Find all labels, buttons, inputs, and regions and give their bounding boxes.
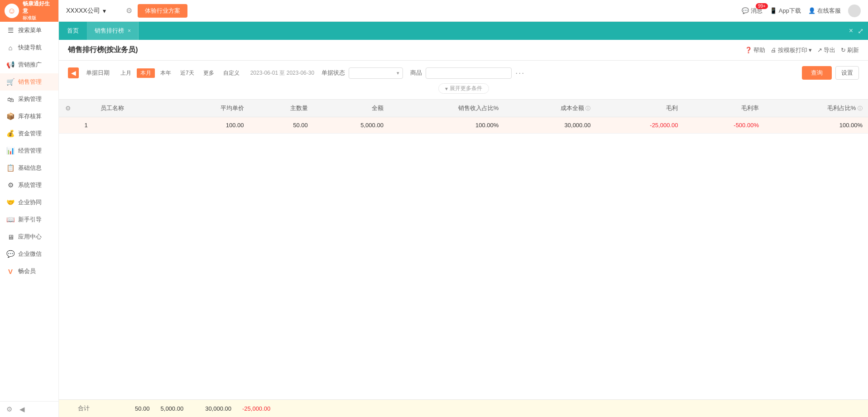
finance-icon: 💰 [6,129,14,138]
trial-button[interactable]: 体验行业方案 [138,4,187,18]
sidebar-settings-icon[interactable]: ⚙ [6,405,12,413]
gross-pct-info-icon[interactable]: ⓘ [858,105,863,111]
column-settings-icon[interactable]: ⚙ [65,105,71,112]
tab-sales-ranking[interactable]: 销售排行榜 × [87,22,139,40]
sidebar-bottom: ⚙ ◀ [0,401,58,417]
search-menu-icon: ☰ [6,26,14,34]
topbar-right: 💬 消息 99+ 📱 App下载 👤 在线客服 [742,5,861,17]
rank-header [77,100,95,117]
company-name: XXXXX公司 [66,7,100,15]
date-tab-custom[interactable]: 自定义 [220,68,243,78]
download-icon: 📱 [770,7,777,14]
tabbar: 首页 销售排行榜 × × ⤢ [59,22,868,40]
logo-text: 畅康通好生意 标准版 [23,0,54,21]
main-qty-header: 主数量 [249,100,313,117]
footer-cost: 30,000.00 [200,405,237,412]
table-row: 1 100.00 50.00 5,000.00 100.00% 30,000.0… [59,117,868,134]
footer-gross: -25,000.00 [237,405,276,412]
sidebar-item-inventory[interactable]: 📦 库存核算 [0,108,58,125]
company-selector[interactable]: XXXXX公司 ▾ [66,7,120,15]
service-icon: 👤 [808,7,815,14]
sidebar-item-system[interactable]: ⚙ 系统管理 [0,177,58,194]
expand-conditions-button[interactable]: ▾ 展开更多条件 [438,83,489,94]
avg-price-header: 平均单价 [172,100,249,117]
tab-close-icon[interactable]: × [128,28,131,34]
sidebar-item-sales[interactable]: 🛒 销售管理 [0,73,58,91]
date-tab-7days[interactable]: 近7天 [177,68,198,78]
help-icon: ❓ [745,47,752,53]
footer-cells: 50.00 5,000.00 30,000.00 -25,000.00 [119,405,863,412]
sidebar-item-collab[interactable]: 🤝 企业协同 [0,194,58,211]
collab-icon: 🤝 [6,198,14,206]
message-button[interactable]: 💬 消息 99+ [742,7,762,15]
table-wrap: ⚙ 员工名称 平均单价 主数量 全额 销售收入占比% 成本全额 ⓘ 毛利 [59,100,868,399]
cost-info-icon[interactable]: ⓘ [585,105,590,111]
print-button[interactable]: 🖨 按模板打印 ▾ [771,46,812,54]
footer-label: 合计 [64,404,119,412]
topbar: XXXXX公司 ▾ ⚙ 体验行业方案 💬 消息 99+ 📱 App下载 👤 在线… [59,0,868,22]
window-expand-icon[interactable]: ⤢ [858,27,863,35]
avg-price-cell: 100.00 [172,117,249,134]
date-tab-prev-month[interactable]: 上月 [117,68,135,78]
user-avatar[interactable] [848,5,861,17]
company-arrow-icon: ▾ [103,7,106,14]
data-table: ⚙ 员工名称 平均单价 主数量 全额 销售收入占比% 成本全额 ⓘ 毛利 [59,100,868,134]
employee-header: 员工名称 [95,100,172,117]
tabbar-right: × ⤢ [844,22,868,40]
topbar-settings-icon[interactable]: ⚙ [126,6,132,15]
app-center-icon: 🖥 [6,233,14,241]
gross-pct-header: 毛利占比% ⓘ [764,100,868,117]
sidebar-item-marketing[interactable]: 📢 营销推广 [0,56,58,73]
filter-row: ◀ 单据日期 上月 本月 本年 近7天 更多 自定义 2023-06-01 至 … [68,66,859,80]
wechat-icon: 💬 [6,250,14,258]
export-icon: ↗ [817,47,822,53]
sidebar-item-quick-nav[interactable]: ⌂ 快捷导航 [0,39,58,56]
sidebar-collapse-icon[interactable]: ◀ [19,405,25,413]
date-tab-more[interactable]: 更多 [200,68,218,78]
status-label: 单据状态 [321,69,345,77]
goods-input[interactable] [426,67,512,79]
sidebar-item-operations[interactable]: 📊 经营管理 [0,142,58,159]
footer-avg-price [119,405,129,412]
system-icon: ⚙ [6,181,14,189]
marketing-icon: 📢 [6,61,14,69]
sidebar-item-finance[interactable]: 💰 资金管理 [0,125,58,142]
gross-cell: -25,000.00 [596,117,683,134]
table-footer: 合计 50.00 5,000.00 30,000.00 -25,000.00 [59,399,868,417]
window-close-icon[interactable]: × [849,27,853,35]
status-select[interactable] [349,67,403,79]
sidebar-item-search[interactable]: ☰ 搜索菜单 [0,22,58,39]
amount-cell: 5,000.00 [313,117,389,134]
operations-icon: 📊 [6,147,14,155]
sidebar-item-wechat[interactable]: 💬 企业微信 [0,245,58,263]
filter-actions: 查询 设置 [802,66,859,80]
more-filters-icon[interactable]: ··· [515,68,525,78]
main-area: XXXXX公司 ▾ ⚙ 体验行业方案 💬 消息 99+ 📱 App下载 👤 在线… [59,0,868,417]
status-select-wrap[interactable] [349,67,403,79]
home-icon: ⌂ [6,44,14,52]
gross-rate-header: 毛利率 [683,100,764,117]
app-download-button[interactable]: 📱 App下载 [770,7,801,15]
sidebar-item-basic-info[interactable]: 📋 基础信息 [0,159,58,177]
sidebar-item-purchase[interactable]: 🛍 采购管理 [0,91,58,108]
content-area: 销售排行榜(按业务员) ❓ 帮助 🖨 按模板打印 ▾ ↗ 导出 ↻ 刷新 [59,40,868,417]
page-header: 销售排行榜(按业务员) ❓ 帮助 🖨 按模板打印 ▾ ↗ 导出 ↻ 刷新 [59,40,868,61]
filter-collapse-button[interactable]: ◀ [68,67,79,78]
expand-icon: ▾ [445,86,448,92]
refresh-button[interactable]: ↻ 刷新 [841,46,859,54]
help-button[interactable]: ❓ 帮助 [745,46,765,54]
tab-home[interactable]: 首页 [59,22,87,40]
gross-header: 毛利 [596,100,683,117]
sidebar-item-guide[interactable]: 📖 新手引导 [0,211,58,228]
sidebar-item-member[interactable]: V 畅会员 [0,263,58,280]
status-filter-group: 单据状态 [321,67,403,79]
online-service-button[interactable]: 👤 在线客服 [808,7,841,15]
date-tab-this-month[interactable]: 本月 [137,68,155,78]
sidebar-item-app-center[interactable]: 🖥 应用中心 [0,228,58,245]
date-tab-this-year[interactable]: 本年 [157,68,175,78]
query-button[interactable]: 查询 [802,66,832,80]
filter-settings-button[interactable]: 设置 [835,66,859,80]
page-header-actions: ❓ 帮助 🖨 按模板打印 ▾ ↗ 导出 ↻ 刷新 [745,46,859,60]
export-button[interactable]: ↗ 导出 [817,46,835,54]
footer-amount: 5,000.00 [155,405,189,412]
